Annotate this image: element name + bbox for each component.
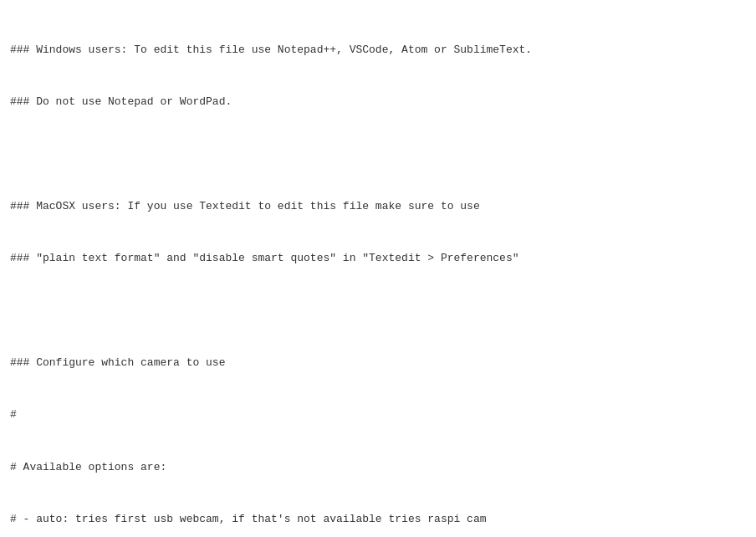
line-10: # - auto: tries first usb webcam, if tha…	[10, 511, 746, 529]
line-8: #	[10, 407, 746, 424]
editor-content: ### Windows users: To edit this file use…	[0, 0, 756, 537]
line-7: ### Configure which camera to use	[10, 355, 746, 372]
line-2: ### Do not use Notepad or WordPad.	[10, 94, 746, 111]
line-5: ### "plain text format" and "disable sma…	[10, 250, 746, 268]
line-4: ### MacOSX users: If you use Textedit to…	[10, 198, 746, 216]
line-6	[10, 303, 746, 320]
line-9: # Available options are:	[10, 459, 746, 477]
line-1: ### Windows users: To edit this file use…	[10, 42, 746, 59]
line-3	[10, 146, 746, 163]
